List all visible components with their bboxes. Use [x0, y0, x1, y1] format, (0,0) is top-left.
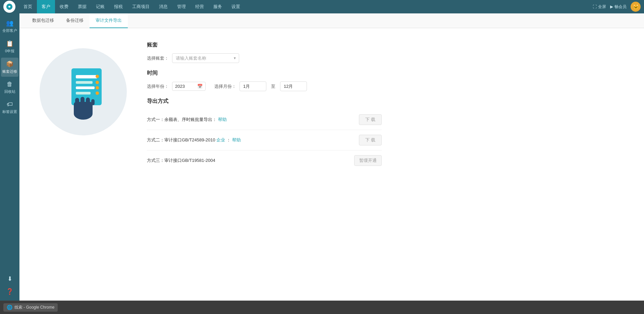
fullscreen-icon: ⛶ — [593, 4, 597, 9]
svg-rect-15 — [91, 99, 95, 105]
svg-rect-4 — [76, 86, 95, 89]
method-1-prefix: 方式一：余额表、序时账批量导出： — [147, 117, 217, 122]
illustration-area — [40, 42, 127, 287]
svg-point-6 — [96, 75, 99, 78]
month-start-wrapper: 1月 2月 3月 4月 5月 6月 7月 8月 9月 10月 11月 12月 — [239, 81, 266, 91]
taskbar-chrome-item[interactable]: 🌐 线索 - Google Chrome — [3, 303, 58, 312]
nav-bookkeeping[interactable]: 记账 — [91, 0, 109, 13]
svg-point-7 — [96, 81, 99, 84]
nav-settings[interactable]: 设置 — [227, 0, 245, 13]
tab-audit-export[interactable]: 审计文件导出 — [90, 13, 128, 28]
sidebar-item-all-customers[interactable]: 👥 全部客户 — [1, 17, 18, 36]
page-content: 账套 选择账套： 请输入账套名称 ▼ 时间 选择年份： — [19, 28, 644, 301]
export-section-divider: 导出方式 — [147, 98, 382, 105]
method-2-prefix: 方式二：审计接口GB/T24589-2010 — [147, 137, 215, 142]
method-2-help-link[interactable]: 帮助 — [232, 137, 241, 142]
member-icon: ▶ — [610, 4, 613, 9]
sidebar-item-label-settings[interactable]: 🏷 标签设置 — [1, 98, 18, 117]
month-start-select[interactable]: 1月 2月 3月 4月 5月 6月 7月 8月 9月 10月 11月 12月 — [239, 81, 266, 91]
nav-tax[interactable]: 报税 — [109, 0, 127, 13]
method-3-opening-button[interactable]: 暂缓开通 — [354, 155, 382, 166]
method-1-help-link[interactable]: 帮助 — [218, 117, 227, 122]
year-select-label: 选择年份： — [147, 83, 169, 89]
sidebar-item-recycle-bin[interactable]: 🗑 回收站 — [1, 78, 18, 97]
nav-operation[interactable]: 经营 — [191, 0, 209, 13]
sidebar-item-account-migration[interactable]: 📦 账套迁移 — [1, 58, 18, 77]
nav-items: 首页 客户 收费 票据 记账 报税 工商项目 消息 管理 经营 服务 设置 — [19, 0, 593, 13]
taskbar: 🌐 线索 - Google Chrome — [0, 301, 644, 314]
form-area: 账套 选择账套： 请输入账套名称 ▼ 时间 选择年份： — [147, 42, 382, 287]
export-method-3: 方式三：审计接口GB/T19581-2004 暂缓开通 — [147, 150, 382, 171]
right-controls: ⛶ 全屏 ▶ 畅会员 🐱 — [593, 2, 641, 12]
svg-rect-12 — [75, 98, 79, 105]
all-customers-icon: 👥 — [6, 19, 13, 27]
year-input-wrapper: 📅 — [172, 82, 206, 91]
svg-rect-3 — [76, 81, 93, 84]
tab-backup-migration[interactable]: 备份迁移 — [60, 13, 90, 28]
sidebar-bottom: ⬇ ❓ — [6, 275, 13, 301]
account-select[interactable]: 请输入账套名称 — [172, 53, 239, 63]
nav-service[interactable]: 服务 — [209, 0, 227, 13]
month-end-wrapper: 1月 2月 3月 4月 5月 6月 7月 8月 9月 10月 11月 12月 — [280, 81, 307, 91]
time-section-divider: 时间 — [147, 70, 382, 77]
sidebar-help-button[interactable]: ❓ — [6, 288, 13, 295]
chrome-icon: 🌐 — [7, 305, 12, 310]
app-logo — [3, 1, 15, 13]
svg-point-9 — [96, 91, 99, 95]
nav-message[interactable]: 消息 — [154, 0, 172, 13]
method-2-text: 方式二：审计接口GB/T24589-2010 企业 ： 帮助 — [147, 137, 241, 143]
svg-rect-2 — [76, 75, 97, 78]
export-section-title: 导出方式 — [147, 98, 382, 105]
top-nav: 首页 客户 收费 票据 记账 报税 工商项目 消息 管理 经营 服务 设置 ⛶ … — [0, 0, 644, 13]
nav-invoice[interactable]: 票据 — [73, 0, 91, 13]
sidebar-item-zero-declaration[interactable]: 📋 0申报 — [1, 37, 18, 56]
account-select-label: 选择账套： — [147, 55, 169, 61]
avatar[interactable]: 🐱 — [631, 2, 641, 12]
account-select-row: 选择账套： 请输入账套名称 ▼ — [147, 53, 382, 63]
svg-rect-5 — [76, 92, 91, 95]
year-input[interactable] — [175, 84, 195, 89]
sidebar-download-button[interactable]: ⬇ — [7, 275, 12, 282]
recycle-bin-icon: 🗑 — [7, 81, 13, 88]
method-3-text: 方式三：审计接口GB/T19581-2004 — [147, 158, 215, 164]
to-label: 至 — [270, 83, 277, 89]
export-method-2: 方式二：审计接口GB/T24589-2010 企业 ： 帮助 下 载 — [147, 130, 382, 150]
taskbar-item-label: 线索 - Google Chrome — [14, 305, 54, 310]
illustration-circle — [40, 48, 127, 135]
month-end-select[interactable]: 1月 2月 3月 4月 5月 6月 7月 8月 9月 10月 11月 12月 — [280, 81, 307, 91]
time-select-row: 选择年份： 📅 选择月份： 1月 2月 3月 4月 5月 6月 — [147, 81, 382, 91]
illustration-svg — [56, 62, 110, 122]
tab-bar: 数据包迁移 备份迁移 审计文件导出 — [19, 13, 644, 28]
month-select-label: 选择月份： — [214, 83, 236, 89]
content-area: 数据包迁移 备份迁移 审计文件导出 — [19, 13, 644, 301]
tab-data-migration[interactable]: 数据包迁移 — [26, 13, 60, 28]
account-migration-icon: 📦 — [6, 60, 13, 68]
method-1-download-button[interactable]: 下 载 — [359, 114, 382, 125]
time-section-title: 时间 — [147, 70, 382, 77]
method-3-prefix: 方式三：审计接口GB/T19581-2004 — [147, 158, 215, 163]
fullscreen-button[interactable]: ⛶ 全屏 — [593, 4, 606, 10]
nav-customer[interactable]: 客户 — [37, 0, 55, 13]
zero-declaration-icon: 📋 — [6, 40, 13, 47]
svg-rect-13 — [80, 97, 85, 104]
main-layout: 👥 全部客户 📋 0申报 📦 账套迁移 🗑 回收站 🏷 标签设置 ⬇ ❓ 数据包… — [0, 13, 644, 301]
export-method-1: 方式一：余额表、序时账批量导出： 帮助 下 载 — [147, 110, 382, 130]
member-button[interactable]: ▶ 畅会员 — [610, 4, 627, 10]
method-2-suffix: ： — [226, 137, 231, 142]
account-select-wrapper: 请输入账套名称 ▼ — [172, 53, 239, 63]
nav-manage[interactable]: 管理 — [172, 0, 191, 13]
nav-business[interactable]: 工商项目 — [127, 0, 154, 13]
nav-fee[interactable]: 收费 — [55, 0, 73, 13]
sidebar: 👥 全部客户 📋 0申报 📦 账套迁移 🗑 回收站 🏷 标签设置 ⬇ ❓ — [0, 13, 19, 301]
method-2-download-button[interactable]: 下 载 — [359, 135, 382, 145]
account-section-title: 账套 — [147, 42, 382, 49]
method-1-text: 方式一：余额表、序时账批量导出： 帮助 — [147, 117, 227, 123]
calendar-icon: 📅 — [197, 84, 203, 89]
svg-point-8 — [96, 86, 99, 89]
svg-rect-14 — [86, 98, 90, 104]
nav-home[interactable]: 首页 — [19, 0, 37, 13]
method-2-enterprise-link[interactable]: 企业 — [216, 137, 225, 142]
label-settings-icon: 🏷 — [7, 101, 13, 108]
